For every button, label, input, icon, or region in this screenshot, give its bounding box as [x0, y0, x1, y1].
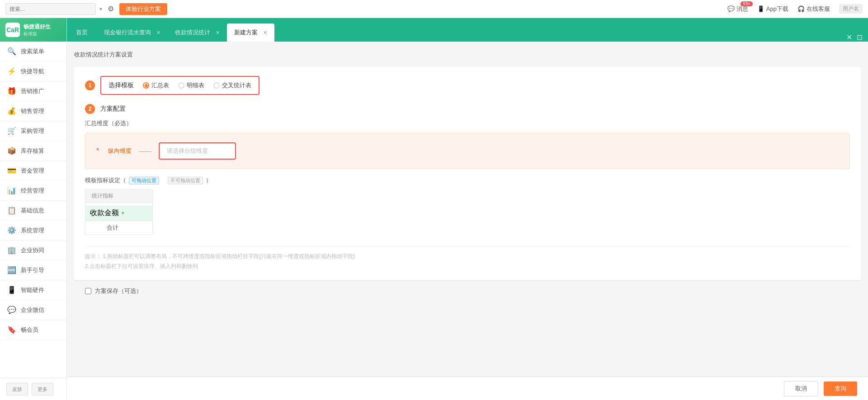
- radio-detail-circle: [178, 82, 184, 89]
- draggable-tag: 可拖动位置: [129, 177, 159, 184]
- save-checkbox[interactable]: [85, 288, 91, 294]
- cancel-button[interactable]: 取消: [784, 381, 818, 396]
- tab-bar-right: ✕ ⊡: [841, 33, 868, 42]
- sidebar-item-hardware[interactable]: 📱 智能硬件: [0, 280, 66, 300]
- sidebar-item-enterprise[interactable]: 🏢 企业协同: [0, 240, 66, 260]
- search-input[interactable]: [5, 3, 96, 15]
- sidebar-item-finance[interactable]: 💳 资金管理: [0, 161, 66, 181]
- support-btn[interactable]: 🎧 在线客服: [797, 5, 830, 13]
- metrics-table: 统计指标 收款金额 ▾ 合计: [85, 189, 153, 235]
- metrics-sep: [162, 177, 165, 184]
- tab-bank-flow-close[interactable]: ✕: [156, 30, 160, 36]
- sidebar-item-label: 基础信息: [21, 207, 44, 215]
- step1-num: 1: [85, 80, 95, 90]
- step2-header: 2 方案配置: [85, 104, 850, 114]
- content-area: 首页 现金银行流水查询 ✕ 收款情况统计 ✕ 新建方案 ✕ ✕ ⊡ 收款情况统计…: [67, 18, 868, 400]
- metrics-hint-row: 模板指标设定（ 可拖动位置 不可拖动位置 ）: [85, 176, 850, 184]
- dim-select[interactable]: 请选择分组维度: [159, 142, 236, 160]
- enterprise-icon: 🏢: [7, 246, 16, 254]
- radio-cross-circle: [213, 82, 220, 89]
- breadcrumb: 收款情况统计方案设置: [74, 47, 861, 61]
- radio-cross-label: 交叉统计表: [222, 81, 251, 89]
- inventory-icon: 📦: [7, 146, 16, 155]
- messages-btn[interactable]: 💬 消息 99+: [727, 5, 748, 13]
- sidebar-item-inventory[interactable]: 📦 库存核算: [0, 141, 66, 161]
- tab-new-plan[interactable]: 新建方案 ✕: [227, 24, 274, 42]
- sidebar-item-label: 搜索菜单: [21, 47, 44, 56]
- sidebar-item-label: 企业协同: [21, 246, 44, 254]
- sidebar-logo: CaR 畅捷通好生 标准版: [0, 18, 66, 42]
- step1-options: 汇总表 明细表 交叉统计表: [143, 81, 251, 89]
- top-bar-right: 💬 消息 99+ 📱 App下载 🎧 在线客服 用户名: [727, 4, 863, 14]
- query-button[interactable]: 查询: [824, 381, 857, 396]
- dropdown-arrow-icon[interactable]: ▾: [99, 6, 102, 12]
- sidebar-item-marketing[interactable]: 🎁 营销推广: [0, 81, 66, 101]
- sidebar-item-purchase[interactable]: 🛒 采购管理: [0, 121, 66, 141]
- basic-info-icon: 📋: [7, 206, 16, 215]
- sidebar-item-label: 系统管理: [21, 226, 44, 235]
- sidebar-item-guide[interactable]: 🆕 新手引导: [0, 260, 66, 280]
- marketing-icon: 🎁: [7, 87, 16, 95]
- tab-maximize-icon[interactable]: ⊡: [857, 33, 863, 42]
- metrics-close-paren: ）: [206, 176, 212, 184]
- radio-cross[interactable]: 交叉统计表: [213, 81, 251, 89]
- dim-select-placeholder: 请选择分组维度: [167, 147, 208, 154]
- download-btn[interactable]: 📱 App下载: [757, 5, 788, 13]
- operation-icon: 📊: [7, 186, 16, 195]
- tab-collection-stat[interactable]: 收款情况统计 ✕: [168, 24, 227, 42]
- radio-detail[interactable]: 明细表: [178, 81, 204, 89]
- finance-icon: 💳: [7, 166, 16, 175]
- sidebar-item-label: 经营管理: [21, 187, 44, 195]
- sidebar-item-label: 快捷导航: [21, 67, 44, 75]
- purchase-icon: 🛒: [7, 127, 16, 135]
- radio-summary-circle: [143, 82, 149, 89]
- skin-button[interactable]: 皮肤: [6, 383, 28, 395]
- metric-chip-label: 收款金额: [90, 208, 119, 218]
- sidebar-item-label: 采购管理: [21, 127, 44, 135]
- gear-icon[interactable]: ⚙: [108, 5, 114, 13]
- fixed-tag: 不可拖动位置: [168, 177, 203, 184]
- sidebar-item-wechat[interactable]: 💬 企业微信: [0, 300, 66, 320]
- tab-new-plan-label: 新建方案: [234, 28, 258, 37]
- download-icon: 📱: [757, 5, 764, 12]
- logo-main-text: 畅捷通好生: [24, 23, 51, 31]
- tab-home[interactable]: 首页: [67, 24, 97, 42]
- sidebar-item-member[interactable]: 🔖 畅会员: [0, 320, 66, 340]
- user-info[interactable]: 用户名: [839, 4, 863, 14]
- dim-row: * 纵向维度 —— 请选择分组维度: [96, 142, 839, 160]
- sidebar-item-label: 营销推广: [21, 87, 44, 95]
- radio-summary-label: 汇总表: [151, 81, 169, 89]
- hardware-icon: 📱: [7, 286, 16, 294]
- more-button[interactable]: 更多: [32, 383, 53, 395]
- sidebar-item-label: 新手引导: [21, 266, 44, 274]
- tab-bank-flow[interactable]: 现金银行流水查询 ✕: [97, 24, 168, 42]
- sidebar-item-operation[interactable]: 📊 经营管理: [0, 181, 66, 201]
- system-icon: ⚙️: [7, 226, 16, 235]
- save-row: 方案保存（可选）: [74, 280, 861, 301]
- vertical-dim-label: 纵向维度: [108, 147, 132, 155]
- sidebar-item-search-menu[interactable]: 🔍 搜索菜单: [0, 42, 66, 61]
- sidebar-item-basic-info[interactable]: 📋 基础信息: [0, 201, 66, 221]
- metric-chip-row[interactable]: 收款金额 ▾: [85, 206, 152, 221]
- tab-close-all-icon[interactable]: ✕: [846, 33, 852, 42]
- metric-total-row: 合计: [85, 221, 140, 235]
- save-label: 方案保存（可选）: [95, 287, 142, 295]
- tab-collection-stat-close[interactable]: ✕: [216, 30, 220, 36]
- sidebar-item-sales[interactable]: 💰 销售管理: [0, 101, 66, 121]
- sidebar-item-label: 企业微信: [21, 306, 44, 314]
- metric-chip-down-icon: ▾: [122, 210, 124, 216]
- sidebar-item-label: 库存核算: [21, 147, 44, 155]
- logo-text-block: 畅捷通好生 标准版: [24, 23, 51, 37]
- step2-section: 汇总维度（必选） * 纵向维度 —— 请选择分组维度: [85, 119, 850, 271]
- search-menu-icon: 🔍: [7, 47, 16, 56]
- tab-new-plan-close[interactable]: ✕: [263, 30, 267, 36]
- sidebar-item-system[interactable]: ⚙️ 系统管理: [0, 221, 66, 240]
- sidebar-item-label: 智能硬件: [21, 286, 44, 294]
- quick-nav-icon: ⚡: [7, 67, 16, 75]
- radio-summary[interactable]: 汇总表: [143, 81, 169, 89]
- step2-num: 2: [85, 104, 95, 114]
- radio-detail-label: 明细表: [187, 81, 204, 89]
- tip-line1: 提示： 1.拖动标题栏可以调整布局，不可跨维度或指标区域拖动栏目字段(只能在同一…: [85, 252, 850, 262]
- trial-button[interactable]: 体验行业方案: [119, 3, 167, 15]
- sidebar-item-quick-nav[interactable]: ⚡ 快捷导航: [0, 61, 66, 81]
